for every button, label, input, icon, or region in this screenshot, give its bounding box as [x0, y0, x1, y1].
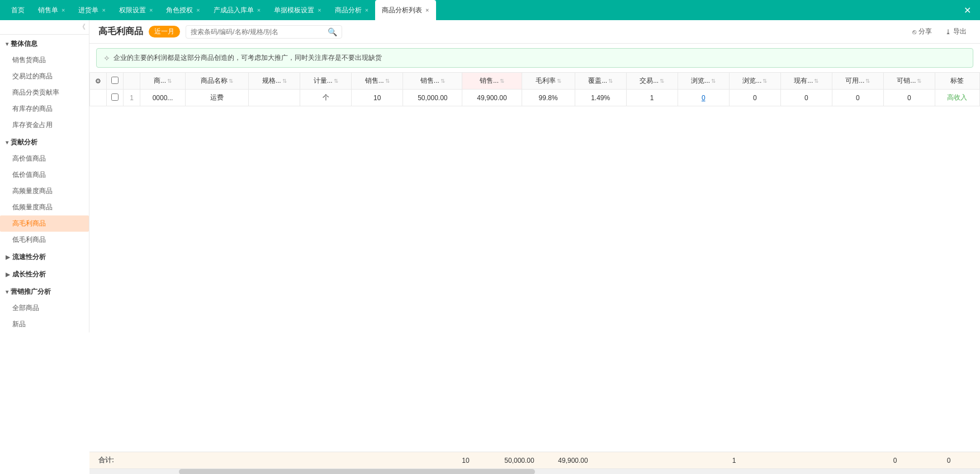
- sort-coverage[interactable]: ⇅: [608, 78, 613, 84]
- sidebar-group-treasure-analysis[interactable]: ▾ 贡献分析: [0, 133, 89, 151]
- sidebar-group-treasure-analysis-items: 高价值商品 低价值商品 高频量度商品 低频量度商品 高毛利商品 低毛利商品: [0, 151, 89, 248]
- row-checkbox[interactable]: [107, 90, 124, 106]
- table-wrapper[interactable]: ⚙ 商... ⇅: [89, 72, 980, 452]
- nav-order-template[interactable]: 单据模板设置 ×: [267, 0, 328, 20]
- sidebar-item-high-value-goods[interactable]: 高价值商品: [0, 151, 89, 167]
- sort-browse1[interactable]: ⇅: [711, 78, 716, 84]
- nav-purchase-order[interactable]: 进货单 ×: [72, 0, 112, 20]
- info-banner: ✧ 企业的主要的利润都是这部分商品创造的，可考虑加大推广，同时关注库存是不要出现…: [96, 48, 973, 68]
- goods-table: ⚙ 商... ⇅: [89, 72, 980, 106]
- close-order-template[interactable]: ×: [318, 7, 321, 13]
- share-button[interactable]: ⎋ 分享: [908, 25, 936, 39]
- share-icon: ⎋: [912, 28, 916, 36]
- col-sales-amount[interactable]: 销售... ⇅: [403, 73, 462, 90]
- sort-unit[interactable]: ⇅: [334, 78, 338, 84]
- sidebar-group-growth-analysis[interactable]: ▶ 成长性分析: [0, 265, 89, 283]
- col-saleable[interactable]: 可销... ⇅: [883, 73, 935, 90]
- nav-role-permissions[interactable]: 角色授权 ×: [159, 0, 206, 20]
- sort-saleable[interactable]: ⇅: [917, 78, 921, 84]
- row-sales-cost: 49,900.00: [462, 90, 522, 106]
- col-available[interactable]: 可用... ⇅: [832, 73, 883, 90]
- col-browse2[interactable]: 浏览... ⇅: [729, 73, 780, 90]
- nav-permission-settings[interactable]: 权限设置 ×: [112, 0, 159, 20]
- sidebar-collapse-button[interactable]: 《: [79, 22, 86, 32]
- export-button[interactable]: ⤓ 导出: [941, 25, 971, 39]
- sidebar-item-low-freq-goods[interactable]: 低频量度商品: [0, 199, 89, 215]
- nav-product-analysis-list[interactable]: 商品分析列表 ×: [375, 0, 435, 20]
- settings-icon[interactable]: ⚙: [95, 77, 101, 85]
- sort-sales-cost[interactable]: ⇅: [500, 78, 504, 84]
- bottom-scrollbar[interactable]: [89, 468, 980, 474]
- nav-product-warehouse[interactable]: 产成品入库单 ×: [207, 0, 267, 20]
- col-settings[interactable]: ⚙: [90, 73, 107, 90]
- close-all-button[interactable]: ✕: [959, 5, 976, 16]
- content-area: 高毛利商品 近一月 🔍 ⎋ 分享 ⤓ 导出 ✧ 企业的主要的利润都是这部分商品创…: [89, 20, 980, 474]
- col-current-stock[interactable]: 现有... ⇅: [780, 73, 832, 90]
- close-product-warehouse[interactable]: ×: [257, 7, 261, 13]
- sidebar-item-goods-contrib-rate[interactable]: 商品分类贡献率: [0, 85, 89, 101]
- content-title: 高毛利商品: [98, 26, 143, 37]
- sort-margin-rate[interactable]: ⇅: [557, 78, 561, 84]
- table-row: 1 0000... 运费 个 10 50,000.00 49,900.00 99…: [90, 90, 980, 106]
- sidebar-wrapper: 《 ▾ 整体信息 销售货商品 交易过的商品 商品分类贡献率 有库存的商品: [0, 20, 89, 474]
- close-product-analysis[interactable]: ×: [365, 7, 368, 13]
- nav-product-analysis[interactable]: 商品分析 ×: [328, 0, 375, 20]
- nav-sales-order[interactable]: 销售单 ×: [31, 0, 72, 20]
- sidebar-item-traded-goods[interactable]: 交易过的商品: [0, 68, 89, 85]
- close-role-permissions[interactable]: ×: [196, 7, 200, 13]
- col-goods-name[interactable]: 商品名称 ⇅: [186, 73, 249, 90]
- sort-available[interactable]: ⇅: [865, 78, 870, 84]
- group-marketing-arrow: ▾: [6, 289, 8, 295]
- sort-browse2[interactable]: ⇅: [763, 78, 767, 84]
- sidebar-item-new-goods[interactable]: 新品: [0, 316, 89, 332]
- sidebar-item-high-margin-goods[interactable]: 高毛利商品: [0, 215, 89, 232]
- col-unit[interactable]: 计量... ⇅: [300, 73, 352, 90]
- sidebar-item-stocked-goods[interactable]: 有库存的商品: [0, 101, 89, 117]
- sidebar-group-flow-analysis[interactable]: ▶ 流速性分析: [0, 248, 89, 265]
- col-browse1[interactable]: 浏览... ⇅: [678, 73, 729, 90]
- col-tag[interactable]: 标签: [935, 73, 979, 90]
- close-purchase-order[interactable]: ×: [102, 7, 105, 13]
- filter-button[interactable]: 近一月: [149, 26, 180, 37]
- sort-goods-code[interactable]: ⇅: [167, 78, 172, 84]
- sidebar-item-all-goods[interactable]: 全部商品: [0, 300, 89, 316]
- search-icon[interactable]: 🔍: [328, 27, 337, 36]
- sort-goods-name[interactable]: ⇅: [229, 78, 233, 84]
- sidebar-group-overall-info-items: 销售货商品 交易过的商品 商品分类贡献率 有库存的商品 库存资金占用: [0, 52, 89, 133]
- col-checkbox[interactable]: [107, 73, 124, 90]
- search-input[interactable]: [191, 28, 324, 36]
- sort-sales-amount[interactable]: ⇅: [441, 78, 445, 84]
- sidebar-item-low-margin-goods[interactable]: 低毛利商品: [0, 232, 89, 248]
- col-spec[interactable]: 规格... ⇅: [249, 73, 300, 90]
- close-product-analysis-list[interactable]: ×: [425, 7, 429, 13]
- sort-current-stock[interactable]: ⇅: [814, 78, 818, 84]
- row-index: 1: [124, 90, 140, 106]
- sidebar-item-high-freq-goods[interactable]: 高频量度商品: [0, 183, 89, 199]
- sidebar-item-sales-goods[interactable]: 销售货商品: [0, 52, 89, 68]
- col-sales-qty[interactable]: 销售... ⇅: [352, 73, 403, 90]
- col-coverage[interactable]: 覆盖... ⇅: [575, 73, 626, 90]
- sort-transaction[interactable]: ⇅: [660, 78, 664, 84]
- row-browse1[interactable]: 0: [678, 90, 729, 106]
- footer-transaction: 1: [712, 457, 756, 464]
- sort-spec[interactable]: ⇅: [282, 78, 287, 84]
- row-browse2: 0: [729, 90, 780, 106]
- sidebar-group-overall-info[interactable]: ▾ 整体信息: [0, 35, 89, 52]
- row-tag: 高收入: [935, 90, 979, 106]
- select-all-checkbox[interactable]: [111, 77, 119, 84]
- sidebar-group-marketing-analysis[interactable]: ▾ 营销推广分析: [0, 283, 89, 300]
- close-sales-order[interactable]: ×: [61, 7, 65, 13]
- row-unit: 个: [300, 90, 352, 106]
- sort-sales-qty[interactable]: ⇅: [385, 78, 390, 84]
- nav-home[interactable]: 首页: [4, 0, 31, 20]
- sidebar-item-low-value-goods[interactable]: 低价值商品: [0, 167, 89, 183]
- col-sales-cost[interactable]: 销售... ⇅: [462, 73, 522, 90]
- row-current-stock: 0: [780, 90, 832, 106]
- sidebar-item-stock-capital[interactable]: 库存资金占用: [0, 117, 89, 133]
- table-header-row: ⚙ 商... ⇅: [90, 73, 980, 90]
- col-transaction[interactable]: 交易... ⇅: [626, 73, 678, 90]
- col-goods-code[interactable]: 商... ⇅: [140, 73, 186, 90]
- row-goods-code: 0000...: [140, 90, 186, 106]
- col-margin-rate[interactable]: 毛利率 ⇅: [522, 73, 575, 90]
- close-permission-settings[interactable]: ×: [149, 7, 153, 13]
